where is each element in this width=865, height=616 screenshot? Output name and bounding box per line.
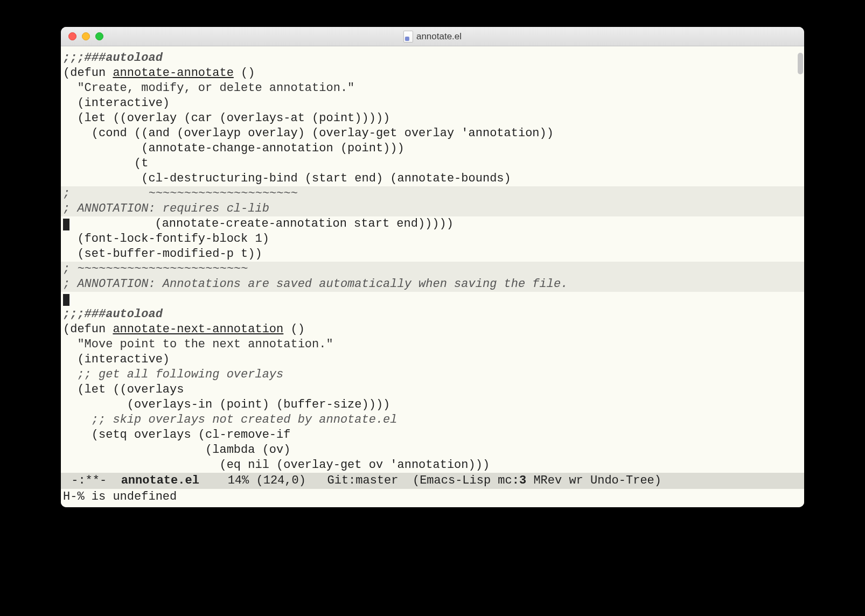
code-segment: (let ((overlay (car (overlays-at (point)… (63, 111, 390, 125)
code-segment: (defun (63, 66, 113, 80)
code-segment: (setq overlays (cl-remove-if (63, 428, 290, 442)
code-segment: (font-lock-fontify-block 1) (63, 232, 269, 246)
window-title: annotate.el (416, 31, 462, 42)
code-segment: "Create, modify, or delete annotation." (63, 81, 354, 95)
modeline-status: -:**- (64, 474, 121, 487)
code-segment: annotate-next-annotation (113, 323, 283, 336)
code-segment: ; ANNOTATION: requires cl-lib (63, 202, 269, 215)
code-line[interactable]: (cond ((and (overlayp overlay) (overlay-… (61, 126, 804, 141)
code-segment: (annotate-create-annotation start end)))… (69, 217, 454, 230)
code-line[interactable]: (overlays-in (point) (buffer-size)))) (61, 397, 804, 412)
modeline[interactable]: -:**- annotate.el 14% (124,0) Git:master… (61, 473, 804, 489)
code-line[interactable]: (t (61, 156, 804, 171)
code-segment: (interactive) (63, 353, 170, 366)
code-segment: (eq nil (overlay-get ov 'annotation))) (63, 458, 490, 472)
maximize-button[interactable] (95, 32, 103, 40)
code-line[interactable]: ;;;###autoload (61, 51, 804, 66)
code-line[interactable]: ;;;###autoload (61, 307, 804, 322)
code-line[interactable]: (defun annotate-annotate () (61, 66, 804, 81)
traffic-lights (61, 32, 103, 40)
code-segment: (set-buffer-modified-p t)) (63, 247, 262, 261)
code-segment: (cl-destructuring-bind (start end) (anno… (63, 172, 511, 185)
modeline-mc-sep: : (512, 474, 519, 487)
code-segment: ; ~~~~~~~~~~~~~~~~~~~~~ (63, 187, 298, 200)
modeline-mc-count: 3 (519, 474, 526, 487)
cursor (63, 219, 69, 230)
code-line[interactable]: "Create, modify, or delete annotation." (61, 81, 804, 96)
code-segment: ;; skip overlays not created by annotate… (92, 413, 397, 426)
code-line[interactable]: (interactive) (61, 352, 804, 367)
code-segment: autoload (106, 307, 163, 321)
code-segment (63, 368, 77, 381)
code-line[interactable]: "Move point to the next annotation." (61, 337, 804, 352)
code-line[interactable]: ; ~~~~~~~~~~~~~~~~~~~~~ (61, 186, 804, 201)
code-segment: (overlays-in (point) (buffer-size)))) (63, 398, 390, 411)
modeline-modes-pre: (Emacs-Lisp mc (413, 474, 512, 487)
code-segment: (defun (63, 323, 113, 336)
code-segment: (let ((overlays (63, 383, 184, 396)
code-segment: ; ANNOTATION: Annotations are saved auto… (63, 277, 568, 291)
code-line[interactable]: (set-buffer-modified-p t)) (61, 247, 804, 262)
code-line[interactable]: (defun annotate-next-annotation () (61, 322, 804, 337)
code-line[interactable]: ; ANNOTATION: Annotations are saved auto… (61, 277, 804, 292)
code-segment: "Move point to the next annotation." (63, 338, 333, 351)
code-line[interactable]: (eq nil (overlay-get ov 'annotation))) (61, 458, 804, 473)
code-line[interactable]: (lambda (ov) (61, 443, 804, 458)
cursor (63, 294, 69, 306)
code-line[interactable]: (annotate-change-annotation (point))) (61, 141, 804, 156)
code-line[interactable]: (setq overlays (cl-remove-if (61, 428, 804, 443)
code-line[interactable]: (let ((overlays (61, 382, 804, 397)
code-line[interactable]: (let ((overlay (car (overlays-at (point)… (61, 111, 804, 126)
modeline-position: 14% (124,0) (199, 474, 327, 487)
modeline-vc: Git:master (327, 474, 413, 487)
code-segment: (t (63, 157, 148, 170)
code-segment: (cond ((and (overlayp overlay) (overlay-… (63, 127, 554, 140)
code-line[interactable]: (cl-destructuring-bind (start end) (anno… (61, 171, 804, 186)
code-segment: (interactive) (63, 96, 170, 110)
scrollbar-thumb[interactable] (798, 53, 803, 74)
code-segment: (lambda (ov) (63, 443, 290, 457)
code-segment: ;;;### (63, 307, 106, 321)
minibuffer[interactable]: H-% is undefined (61, 489, 804, 507)
code-line[interactable]: ; ~~~~~~~~~~~~~~~~~~~~~~~~ (61, 262, 804, 277)
code-segment: autoload (106, 51, 163, 65)
editor-buffer[interactable]: ;;;###autoload(defun annotate-annotate (… (61, 46, 804, 473)
code-segment: () (283, 323, 305, 336)
close-button[interactable] (68, 32, 76, 40)
code-line[interactable]: ; ANNOTATION: requires cl-lib (61, 201, 804, 216)
titlebar-title: annotate.el (403, 31, 462, 43)
code-line[interactable]: (interactive) (61, 96, 804, 111)
code-segment (63, 413, 92, 426)
code-line[interactable]: (font-lock-fontify-block 1) (61, 232, 804, 247)
code-segment: (annotate-change-annotation (point))) (63, 142, 404, 155)
code-segment: ;;;### (63, 51, 106, 65)
code-segment: ; ~~~~~~~~~~~~~~~~~~~~~~~~ (63, 262, 248, 276)
code-segment: annotate-annotate (113, 66, 233, 80)
code-line[interactable]: ;; skip overlays not created by annotate… (61, 412, 804, 428)
titlebar[interactable]: annotate.el (61, 27, 804, 46)
minimize-button[interactable] (82, 32, 90, 40)
code-line[interactable]: ;; get all following overlays (61, 367, 804, 382)
code-segment: () (234, 66, 255, 80)
code-line[interactable]: (annotate-create-annotation start end)))… (61, 216, 804, 232)
code-line[interactable] (61, 292, 804, 307)
file-icon (403, 31, 413, 43)
emacs-window: annotate.el ;;;###autoload(defun annotat… (61, 27, 804, 507)
code-segment: ;; get all following overlays (77, 368, 283, 381)
modeline-modes-post: MRev wr Undo-Tree) (526, 474, 661, 487)
modeline-buffer-name: annotate.el (121, 474, 199, 487)
